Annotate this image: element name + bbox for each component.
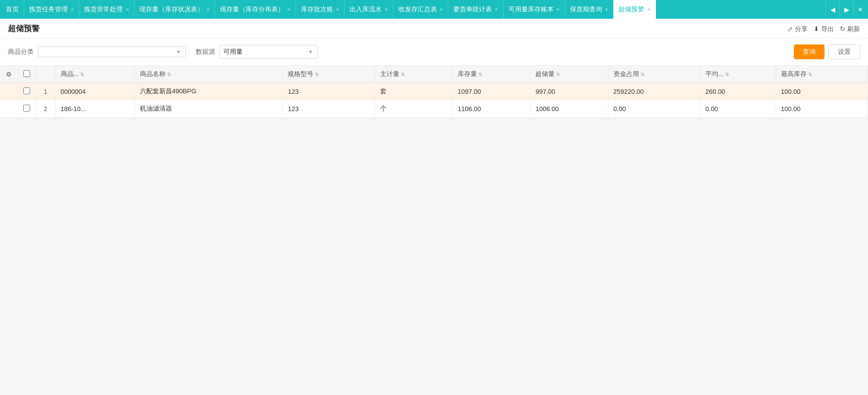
- nav-item-stock-dist[interactable]: 现存量（库存分布表） ×: [215, 0, 296, 19]
- row-capital-cell: 0.00: [608, 100, 700, 118]
- nav-item-order-stat[interactable]: 要货单统计表 ×: [448, 0, 503, 19]
- col-avg-header[interactable]: 平均...⇅: [700, 66, 776, 83]
- share-button[interactable]: ⬀ 分享: [787, 25, 808, 34]
- nav-item-home[interactable]: 首页: [1, 0, 24, 19]
- nav-prev-button[interactable]: ◀: [825, 0, 839, 19]
- col-spec-header[interactable]: 规格型号⇅: [283, 66, 375, 83]
- sort-icon: ⇅: [725, 72, 729, 77]
- col-capital-header[interactable]: 资金占用⇅: [608, 66, 700, 83]
- chevron-down-icon: ▼: [308, 49, 313, 55]
- nav-arrows: ◀ ▶ ✕: [825, 0, 867, 19]
- row-max-stock-cell: 100.00: [776, 83, 868, 100]
- row-spec-cell: 123: [283, 100, 375, 118]
- close-icon[interactable]: ×: [557, 6, 560, 12]
- sort-icon: ⇅: [315, 72, 319, 77]
- close-icon[interactable]: ×: [207, 6, 210, 12]
- nav-item-overstock[interactable]: 超储预警 ×: [613, 0, 655, 19]
- row-product-name-cell: 机油滤清器: [134, 100, 283, 118]
- row-product-name-cell: 六配套新昌490BPG: [134, 83, 283, 100]
- close-icon[interactable]: ×: [495, 6, 498, 12]
- data-table: ⚙ 商品...⇅ 商品名称⇅ 规格型号⇅ 主计量⇅: [0, 66, 868, 118]
- nav-item-batch[interactable]: 库存批次账 ×: [296, 0, 345, 19]
- nav-bar: 首页 拣货任务管理 × 拣货异常处理 × 现存量（库存状况表） × 现存量（库存…: [0, 0, 868, 19]
- table-row: 1 0000004 六配套新昌490BPG 123 套 1097.00 997.…: [0, 83, 868, 100]
- datasource-select[interactable]: 可用量 ▼: [219, 45, 318, 59]
- nav-item-quality[interactable]: 保质期查询 ×: [565, 0, 613, 19]
- col-max-stock-header[interactable]: 最高库存⇅: [776, 66, 868, 83]
- nav-item-stock-status[interactable]: 现存量（库存状况表） ×: [134, 0, 215, 19]
- close-icon[interactable]: ×: [385, 6, 388, 12]
- filter-actions: 查询 设置: [794, 44, 860, 59]
- nav-item-task[interactable]: 拣货任务管理 ×: [24, 0, 79, 19]
- export-button[interactable]: ⬇ 导出: [814, 25, 834, 34]
- row-product-code-cell: 186-10...: [55, 100, 134, 118]
- category-select[interactable]: ▼: [38, 46, 186, 57]
- filter-area: 商品分类 ▼ 数据源 可用量 ▼ 查询 设置: [0, 39, 868, 66]
- close-icon[interactable]: ×: [605, 6, 608, 12]
- share-icon: ⬀: [787, 25, 793, 33]
- col-unit-header[interactable]: 主计量⇅: [375, 66, 452, 83]
- col-product-code-header[interactable]: 商品...⇅: [55, 66, 134, 83]
- col-settings-header[interactable]: ⚙: [0, 66, 18, 83]
- row-checkbox-cell[interactable]: [18, 83, 36, 100]
- datasource-filter-group: 数据源 可用量 ▼: [196, 45, 318, 59]
- col-checkbox-header[interactable]: [18, 66, 36, 83]
- page-header: 超储预警 ⬀ 分享 ⬇ 导出 ↻ 刷新: [0, 19, 868, 39]
- gear-icon: ⚙: [6, 71, 12, 78]
- row-overstock-cell: 1006.00: [530, 100, 608, 118]
- row-checkbox[interactable]: [23, 87, 30, 94]
- sort-icon: ⇅: [478, 72, 482, 77]
- sort-icon: ⇅: [167, 72, 171, 77]
- page-title: 超储预警: [8, 24, 40, 34]
- row-index-cell: 2: [36, 100, 55, 118]
- settings-button[interactable]: 设置: [828, 44, 860, 59]
- col-index-header: [36, 66, 55, 83]
- sort-icon: ⇅: [641, 72, 645, 77]
- query-button[interactable]: 查询: [794, 44, 825, 59]
- sort-icon: ⇅: [556, 72, 560, 77]
- col-overstock-header[interactable]: 超储量⇅: [530, 66, 608, 83]
- category-filter-group: 商品分类 ▼: [8, 46, 186, 57]
- row-overstock-cell: 997.00: [530, 83, 608, 100]
- row-avg-cell: 260.00: [700, 83, 776, 100]
- datasource-value: 可用量: [223, 47, 243, 56]
- row-stock-cell: 1106.00: [453, 100, 530, 118]
- nav-item-abnormal[interactable]: 拣货异常处理 ×: [79, 0, 134, 19]
- close-icon[interactable]: ×: [440, 6, 443, 12]
- close-icon[interactable]: ×: [126, 6, 129, 12]
- row-unit-cell: 套: [375, 83, 452, 100]
- nav-item-summary[interactable]: 收发存汇总表 ×: [393, 0, 448, 19]
- row-unit-cell: 个: [375, 100, 452, 118]
- refresh-icon: ↻: [840, 25, 845, 33]
- close-icon[interactable]: ×: [287, 6, 290, 12]
- row-index-cell: 1: [36, 83, 55, 100]
- col-product-name-header[interactable]: 商品名称⇅: [134, 66, 283, 83]
- select-all-checkbox[interactable]: [23, 70, 30, 77]
- nav-item-flow[interactable]: 出入库流水 ×: [345, 0, 393, 19]
- col-stock-header[interactable]: 库存量⇅: [453, 66, 530, 83]
- row-max-stock-cell: 100.00: [776, 100, 868, 118]
- export-icon: ⬇: [814, 25, 819, 33]
- nav-next-button[interactable]: ▶: [839, 0, 853, 19]
- row-spec-cell: 123: [283, 83, 375, 100]
- close-icon[interactable]: ×: [71, 6, 74, 12]
- sort-icon: ⇅: [808, 72, 812, 77]
- nav-close-button[interactable]: ✕: [853, 0, 867, 19]
- table-header-row: ⚙ 商品...⇅ 商品名称⇅ 规格型号⇅ 主计量⇅: [0, 66, 868, 83]
- datasource-label: 数据源: [196, 47, 215, 56]
- row-checkbox-cell[interactable]: [18, 100, 36, 118]
- row-avg-cell: 0.00: [700, 100, 776, 118]
- refresh-button[interactable]: ↻ 刷新: [840, 25, 860, 34]
- category-label: 商品分类: [8, 47, 34, 56]
- close-icon[interactable]: ×: [647, 6, 650, 12]
- close-icon[interactable]: ×: [336, 6, 339, 12]
- sort-icon: ⇅: [401, 72, 405, 77]
- row-settings-cell: [0, 100, 18, 118]
- row-settings-cell: [0, 83, 18, 100]
- row-checkbox[interactable]: [23, 105, 30, 112]
- row-capital-cell: 259220.00: [608, 83, 700, 100]
- row-stock-cell: 1097.00: [453, 83, 530, 100]
- nav-item-available[interactable]: 可用量库存账本 ×: [504, 0, 565, 19]
- table-body: 1 0000004 六配套新昌490BPG 123 套 1097.00 997.…: [0, 83, 868, 118]
- chevron-down-icon: ▼: [176, 49, 181, 55]
